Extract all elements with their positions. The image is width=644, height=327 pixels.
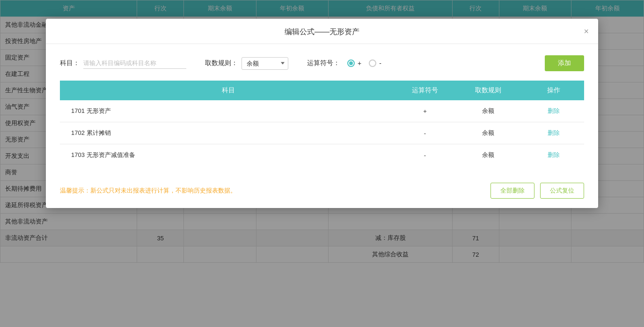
row-action: 删除 [523,100,584,122]
modal-overlay: 编辑公式——无形资产 × 科目： 取数规则： 余额 借方发生额 贷方发生额 [0,0,644,327]
operator-plus-radio[interactable]: + [347,59,361,67]
delete-row-2-button[interactable]: 删除 [548,151,560,159]
operator-minus-label: - [379,59,381,67]
table-header-operator: 运算符号 [397,81,453,100]
modal-close-button[interactable]: × [584,27,589,36]
rule-select[interactable]: 余额 借方发生额 贷方发生额 [242,57,288,70]
table-header-action: 操作 [523,81,584,100]
table-header-subject: 科目 [60,81,397,100]
table-row: 1702 累计摊销 - 余额 删除 [60,122,584,144]
footer-buttons: 全部删除 公式复位 [490,183,584,199]
operator-label: 运算符号： [307,59,340,67]
table-row: 1703 无形资产减值准备 - 余额 删除 [60,144,584,166]
edit-formula-modal: 编辑公式——无形资产 × 科目： 取数规则： 余额 借方发生额 贷方发生额 [46,19,598,208]
row-operator: - [397,122,453,144]
subject-input[interactable] [83,58,186,69]
subject-label: 科目： [60,59,80,67]
delete-row-0-button[interactable]: 删除 [548,107,560,115]
operator-section: 运算符号： + - [307,59,381,67]
modal-header: 编辑公式——无形资产 × [46,19,598,44]
formula-data-table: 科目 运算符号 取数规则 操作 1701 无形资产 + 余额 删除 [60,81,584,166]
add-button[interactable]: 添加 [545,55,584,71]
row-action: 删除 [523,122,584,144]
row-operator: - [397,144,453,166]
radio-circle-minus [369,59,376,67]
reset-formula-button[interactable]: 公式复位 [540,183,584,199]
modal-body: 科目： 取数规则： 余额 借方发生额 贷方发生额 运算符号： [46,44,598,175]
modal-title: 编辑公式——无形资产 [285,28,359,36]
row-subject: 1703 无形资产减值准备 [60,144,397,166]
row-rule: 余额 [453,100,523,122]
row-rule: 余额 [453,144,523,166]
formula-form-row: 科目： 取数规则： 余额 借方发生额 贷方发生额 运算符号： [60,55,584,71]
footer-tip-text: 温馨提示：新公式只对未出报表进行计算，不影响历史报表数据。 [60,186,236,195]
radio-circle-plus [347,59,355,67]
rule-select-wrap: 余额 借方发生额 贷方发生额 [242,57,288,70]
row-rule: 余额 [453,122,523,144]
operator-radio-group: + - [347,59,381,67]
modal-footer: 温馨提示：新公式只对未出报表进行计算，不影响历史报表数据。 全部删除 公式复位 [46,175,598,208]
row-subject: 1702 累计摊销 [60,122,397,144]
operator-minus-radio[interactable]: - [369,59,381,67]
delete-all-button[interactable]: 全部删除 [490,183,534,199]
delete-row-1-button[interactable]: 删除 [548,129,560,137]
rule-section: 取数规则： 余额 借方发生额 贷方发生额 [205,57,288,70]
rule-label: 取数规则： [205,59,238,67]
row-operator: + [397,100,453,122]
table-header-rule: 取数规则 [453,81,523,100]
table-row: 1701 无形资产 + 余额 删除 [60,100,584,122]
row-subject: 1701 无形资产 [60,100,397,122]
operator-plus-label: + [358,59,361,67]
row-action: 删除 [523,144,584,166]
